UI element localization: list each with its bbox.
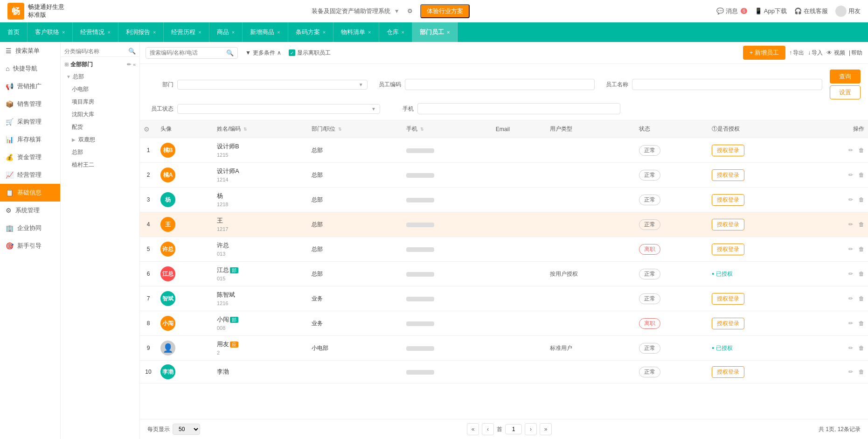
col-email: Email <box>492 120 546 138</box>
delete-icon[interactable]: 🗑 <box>859 147 864 153</box>
edit-icon[interactable]: ✏ <box>848 147 853 153</box>
auth-login-button[interactable]: 授权登录 <box>712 194 744 206</box>
message-button[interactable]: 💬 消息 6 <box>716 7 747 15</box>
collapse-dept-icon[interactable]: « <box>133 62 136 68</box>
system-title: 装备及固定资产辅助管理系统 <box>312 7 390 15</box>
edit-icon[interactable]: ✏ <box>848 221 853 228</box>
auth-login-button[interactable]: 授权登录 <box>712 244 744 255</box>
col-dept[interactable]: 部门/职位 ⇅ <box>308 120 403 138</box>
auth-login-button[interactable]: 授权登录 <box>712 366 744 378</box>
delete-icon[interactable]: 🗑 <box>859 221 864 228</box>
edit-dept-icon[interactable]: ✏ <box>127 62 131 68</box>
nav-tab-operation[interactable]: 经营情况 × <box>73 22 118 42</box>
dept-search-icon[interactable]: 🔍 <box>128 48 136 55</box>
prev-page-button[interactable]: ‹ <box>482 423 494 435</box>
phone-input[interactable] <box>417 103 620 114</box>
delete-icon[interactable]: 🗑 <box>859 271 864 277</box>
dept-item-headquarter[interactable]: 总部 <box>61 146 139 159</box>
delete-icon[interactable]: 🗑 <box>859 345 864 351</box>
edit-icon[interactable]: ✏ <box>848 369 853 375</box>
sidebar-item-system[interactable]: ⚙ 系统管理 <box>0 202 60 219</box>
dept-item-shenyang[interactable]: 沈阳大库 <box>61 108 139 121</box>
status-select[interactable]: ▼ <box>177 104 380 114</box>
nav-tab-history[interactable]: 经营历程 × <box>164 22 209 42</box>
settings-col-icon[interactable]: ⚙ <box>144 125 150 133</box>
nav-tab-customer[interactable]: 客户联络 × <box>28 22 73 42</box>
auth-login-button[interactable]: 授权登录 <box>712 219 744 230</box>
dept-item-project-storage[interactable]: 项目库房 <box>61 96 139 108</box>
nav-tab-home[interactable]: 首页 <box>0 22 28 42</box>
view-button[interactable]: 👁 视频 <box>826 49 845 57</box>
online-service-button[interactable]: 🎧 在线客服 <box>794 7 828 15</box>
nav-tab-department[interactable]: 部门员工 × <box>412 22 458 42</box>
auth-login-button[interactable]: 授权登录 <box>712 293 744 305</box>
sidebar-item-quicknav[interactable]: ⌂ 快捷导航 <box>0 60 60 77</box>
nav-tab-profit[interactable]: 利润报告 × <box>118 22 164 42</box>
next-page-button[interactable]: › <box>525 423 537 435</box>
auth-login-button[interactable]: 授权登录 <box>712 318 744 329</box>
more-filter-button[interactable]: ▼ 更多条件 ∧ <box>242 47 285 59</box>
dept-search-input[interactable] <box>64 48 128 55</box>
dept-item-distribution[interactable]: 配货 <box>61 121 139 133</box>
show-inactive-checkbox[interactable]: ✓ <box>289 49 295 56</box>
status-badge: 正常 <box>639 367 660 377</box>
sidebar-item-search[interactable]: ☰ 搜索菜单 <box>0 42 60 60</box>
help-button[interactable]: | 帮助 <box>849 49 862 57</box>
search-input[interactable] <box>150 49 224 56</box>
add-employee-button[interactable]: + 新增员工 <box>743 46 785 60</box>
nav-tab-warehouse[interactable]: 仓库 × <box>379 22 412 42</box>
emp-code-input[interactable] <box>405 79 595 90</box>
dept-item-zhicun[interactable]: 植村王二 <box>61 159 139 171</box>
col-phone[interactable]: 手机 ⇅ <box>403 120 492 138</box>
search-button[interactable]: 查询 <box>830 70 861 84</box>
auth-login-button[interactable]: 授权登录 <box>712 169 744 181</box>
delete-icon[interactable]: 🗑 <box>859 246 864 252</box>
export-button[interactable]: ↑ 导出 <box>789 49 804 57</box>
sidebar-item-operation[interactable]: 📈 经营管理 <box>0 166 60 184</box>
edit-icon[interactable]: ✏ <box>848 345 853 351</box>
emp-name-input[interactable] <box>632 79 822 90</box>
delete-icon[interactable]: 🗑 <box>859 295 864 302</box>
sidebar-item-basic[interactable]: 📋 基础信息 <box>0 184 60 202</box>
edit-icon[interactable]: ✏ <box>848 320 853 327</box>
edit-icon[interactable]: ✏ <box>848 172 853 178</box>
per-page-select[interactable]: 50 100 200 <box>173 424 200 435</box>
nav-tab-bom[interactable]: 物料清单 × <box>333 22 379 42</box>
sidebar-item-marketing[interactable]: 📢 营销推广 <box>0 77 60 95</box>
sidebar-item-inventory[interactable]: 📊 库存核算 <box>0 131 60 148</box>
nav-tab-goods[interactable]: 商品 × <box>209 22 243 42</box>
sidebar-item-enterprise[interactable]: 🏢 企业协同 <box>0 219 60 237</box>
col-name-code[interactable]: 姓名/编码 ⇅ <box>213 120 308 138</box>
delete-icon[interactable]: 🗑 <box>859 320 864 327</box>
user-menu[interactable]: 用友 <box>835 6 861 17</box>
app-download-button[interactable]: 📱 App下载 <box>755 7 787 15</box>
trial-button[interactable]: 体验行业方案 <box>420 4 470 18</box>
dept-item-headquarter-root[interactable]: ▼ 总部 <box>61 70 139 83</box>
sidebar-item-purchase[interactable]: 🛒 采购管理 <box>0 113 60 131</box>
last-page-button[interactable]: » <box>540 423 552 435</box>
edit-icon[interactable]: ✏ <box>848 295 853 302</box>
delete-icon[interactable]: 🗑 <box>859 369 864 375</box>
first-page-button[interactable]: « <box>467 423 479 435</box>
auth-login-button[interactable]: 授权登录 <box>712 145 744 156</box>
dept-item-shuanglu[interactable]: ▶ 双鹿想 <box>61 133 139 146</box>
sidebar-item-sales[interactable]: 📦 销售管理 <box>0 95 60 113</box>
search-icon[interactable]: 🔍 <box>226 49 234 56</box>
page-number-input[interactable] <box>505 424 522 434</box>
import-button[interactable]: ↓ 导入 <box>808 49 823 57</box>
reset-button[interactable]: 设置 <box>830 85 861 99</box>
delete-icon[interactable]: 🗑 <box>859 196 864 203</box>
nav-tab-new-goods[interactable]: 新增商品 × <box>243 22 288 42</box>
dept-select[interactable]: ▼ <box>177 80 368 90</box>
delete-icon[interactable]: 🗑 <box>859 172 864 178</box>
edit-icon[interactable]: ✏ <box>848 271 853 277</box>
sidebar-item-guide[interactable]: 🎯 新手引导 <box>0 237 60 255</box>
nav-tab-barcode[interactable]: 条码方案 × <box>288 22 333 42</box>
edit-icon[interactable]: ✏ <box>848 196 853 203</box>
gear-button[interactable]: ⚙ <box>403 5 417 18</box>
show-inactive-toggle[interactable]: ✓ 显示离职员工 <box>289 49 331 57</box>
sidebar-item-finance[interactable]: 💰 资金管理 <box>0 148 60 166</box>
dept-item-small-elec[interactable]: 小电部 <box>61 83 139 96</box>
edit-icon[interactable]: ✏ <box>848 246 853 252</box>
row-auth: •已授权 <box>708 262 809 286</box>
